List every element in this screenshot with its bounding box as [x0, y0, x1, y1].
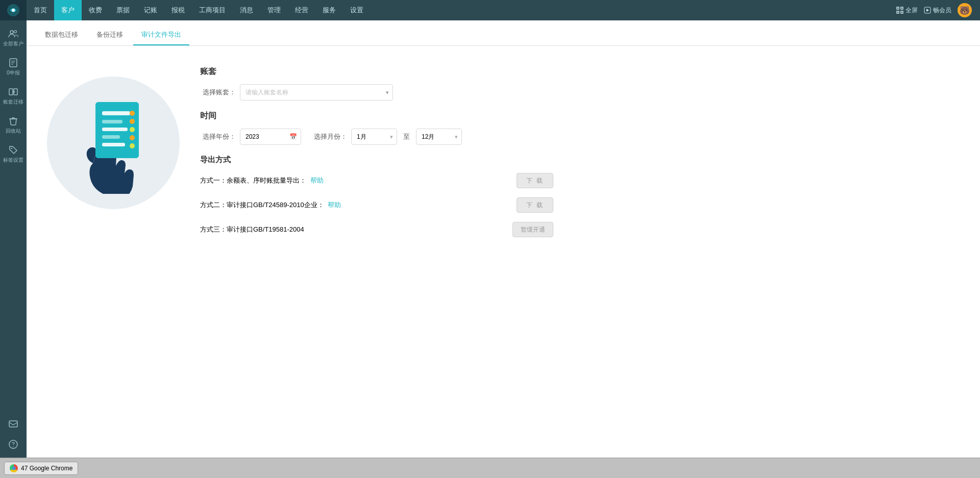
- fullscreen-button[interactable]: 全屏: [896, 6, 918, 15]
- svg-rect-22: [102, 135, 120, 139]
- svg-rect-23: [102, 143, 125, 146]
- member-button[interactable]: 畅会员: [924, 6, 951, 15]
- page-body: 账套 选择账套： ▾ 时间 选择年份： 📅: [27, 46, 980, 458]
- export-method-1-download-button[interactable]: 下 载: [517, 173, 553, 188]
- sidebar-label-migrate: 账套迁移: [3, 98, 23, 106]
- time-section-title: 时间: [200, 111, 557, 121]
- sidebar-item-help[interactable]: [1, 435, 26, 454]
- account-select-input[interactable]: [240, 84, 393, 100]
- migrate-icon: [8, 87, 18, 97]
- svg-rect-4: [897, 11, 899, 13]
- play-icon: [924, 7, 931, 14]
- fullscreen-label: 全屏: [905, 6, 918, 15]
- svg-rect-14: [9, 421, 17, 427]
- export-method-1-label: 方式一：余额表、序时账批量导出：: [200, 177, 306, 184]
- chrome-icon: [10, 464, 18, 472]
- time-row: 选择年份： 📅 选择月份： 1月2月3月4月 5月6月7月8月 9月10月11月…: [200, 129, 557, 145]
- tab-backup-migration[interactable]: 备份迁移: [88, 30, 131, 45]
- svg-point-28: [130, 143, 135, 148]
- month-start-wrapper: 1月2月3月4月 5月6月7月8月 9月10月11月12月 ▾: [351, 129, 397, 145]
- export-method-3-coming-soon-button[interactable]: 暂缓开通: [512, 222, 553, 237]
- member-label: 畅会员: [933, 6, 951, 15]
- sidebar-item-all-customers[interactable]: 全部客户: [1, 24, 26, 52]
- top-navigation: 首页 客户 收费 票据 记账 报税 工商项目 消息 管理 经营 服务 设置 全屏: [0, 0, 980, 20]
- account-section-title: 账套: [200, 66, 557, 77]
- month-end-select[interactable]: 1月2月3月4月 5月6月7月8月 9月10月11月12月: [416, 129, 462, 145]
- svg-rect-21: [102, 128, 128, 131]
- svg-rect-19: [102, 111, 130, 115]
- month-end-wrapper: 1月2月3月4月 5月6月7月8月 9月10月11月12月 ▾: [416, 129, 462, 145]
- to-separator: 至: [401, 132, 412, 141]
- sidebar-item-trash[interactable]: 回收站: [1, 112, 26, 139]
- export-method-3-label: 方式三：审计接口GB/T19581-2004: [200, 225, 304, 233]
- nav-billing[interactable]: 收费: [82, 0, 109, 20]
- nav-invoice[interactable]: 票据: [109, 0, 137, 20]
- svg-point-13: [11, 148, 12, 149]
- account-select-wrapper: ▾: [240, 84, 393, 100]
- taskbar: 47 Google Chrome: [0, 458, 980, 478]
- taskbar-chrome-label: 47 Google Chrome: [21, 465, 72, 472]
- nav-message[interactable]: 消息: [233, 0, 260, 20]
- nav-tax[interactable]: 报税: [164, 0, 192, 20]
- nav-customer[interactable]: 客户: [54, 0, 82, 20]
- sidebar-item-message[interactable]: [1, 415, 26, 433]
- illustration-circle: [47, 77, 180, 209]
- svg-point-25: [130, 119, 135, 124]
- top-nav-right: 全屏 畅会员 🐻: [896, 3, 980, 17]
- nav-business-mgmt[interactable]: 经营: [288, 0, 315, 20]
- export-method-2-row: 方式二：审计接口GB/T24589-2010企业： 帮助 下 载: [200, 197, 557, 213]
- tab-bar: 数据包迁移 备份迁移 审计文件导出: [27, 20, 980, 46]
- time-section-divider: 时间: [200, 111, 557, 121]
- export-method-2-label: 方式二：审计接口GB/T24589-2010企业：: [200, 201, 324, 209]
- nav-service[interactable]: 服务: [315, 0, 343, 20]
- svg-rect-11: [9, 89, 13, 95]
- illustration-area: [47, 61, 180, 442]
- tab-data-migration[interactable]: 数据包迁移: [37, 30, 86, 45]
- sidebar-item-zero-declare[interactable]: 0申报: [1, 54, 26, 81]
- svg-point-26: [130, 127, 135, 132]
- svg-rect-2: [897, 7, 899, 9]
- sidebar-item-migrate[interactable]: 账套迁移: [1, 83, 26, 110]
- export-method-1-help-link[interactable]: 帮助: [310, 177, 324, 184]
- tag-icon: [8, 145, 18, 155]
- nav-settings[interactable]: 设置: [343, 0, 371, 20]
- nav-bookkeeping[interactable]: 记账: [137, 0, 164, 20]
- export-method-2-text: 方式二：审计接口GB/T24589-2010企业： 帮助: [200, 200, 341, 210]
- sidebar-item-tag-settings[interactable]: 标签设置: [1, 141, 26, 168]
- message-icon: [8, 419, 18, 429]
- svg-point-9: [14, 31, 17, 33]
- export-method-2-help-link[interactable]: 帮助: [328, 201, 341, 209]
- export-method-1-text: 方式一：余额表、序时账批量导出： 帮助: [200, 176, 324, 185]
- tab-audit-export[interactable]: 审计文件导出: [133, 30, 189, 45]
- avatar[interactable]: 🐻: [958, 3, 972, 17]
- trash-icon: [8, 116, 18, 126]
- sidebar-label-all-customers: 全部客户: [3, 40, 23, 47]
- svg-point-1: [12, 9, 15, 12]
- form-area: 账套 选择账套： ▾ 时间 选择年份： 📅: [200, 61, 557, 442]
- export-section-title: 导出方式: [200, 155, 557, 165]
- month-start-select[interactable]: 1月2月3月4月 5月6月7月8月 9月10月11月12月: [351, 129, 397, 145]
- export-method-3-row: 方式三：审计接口GB/T19581-2004 暂缓开通: [200, 222, 557, 237]
- nav-manage[interactable]: 管理: [260, 0, 288, 20]
- illustration-svg: [67, 92, 159, 194]
- svg-point-8: [10, 31, 13, 34]
- sidebar-label-tag-settings: 标签设置: [3, 157, 23, 164]
- account-select-label: 选择账套：: [200, 88, 236, 97]
- export-method-2-download-button[interactable]: 下 载: [517, 197, 553, 213]
- svg-point-27: [130, 135, 135, 140]
- nav-business[interactable]: 工商项目: [192, 0, 233, 20]
- month-label: 选择月份：: [311, 132, 347, 141]
- taskbar-chrome-button[interactable]: 47 Google Chrome: [4, 462, 78, 475]
- users-icon: [8, 29, 18, 39]
- sidebar-label-trash: 回收站: [6, 128, 21, 135]
- svg-marker-7: [926, 9, 929, 12]
- svg-point-16: [13, 446, 14, 447]
- fullscreen-icon: [896, 7, 903, 14]
- year-input-wrapper: 📅: [240, 129, 301, 145]
- logo[interactable]: [0, 0, 27, 20]
- sidebar: 全部客户 0申报 账套迁移 回收站: [0, 20, 27, 458]
- nav-home[interactable]: 首页: [27, 0, 54, 20]
- zero-declare-icon: [8, 58, 18, 68]
- svg-point-24: [130, 111, 135, 116]
- svg-rect-20: [102, 120, 122, 123]
